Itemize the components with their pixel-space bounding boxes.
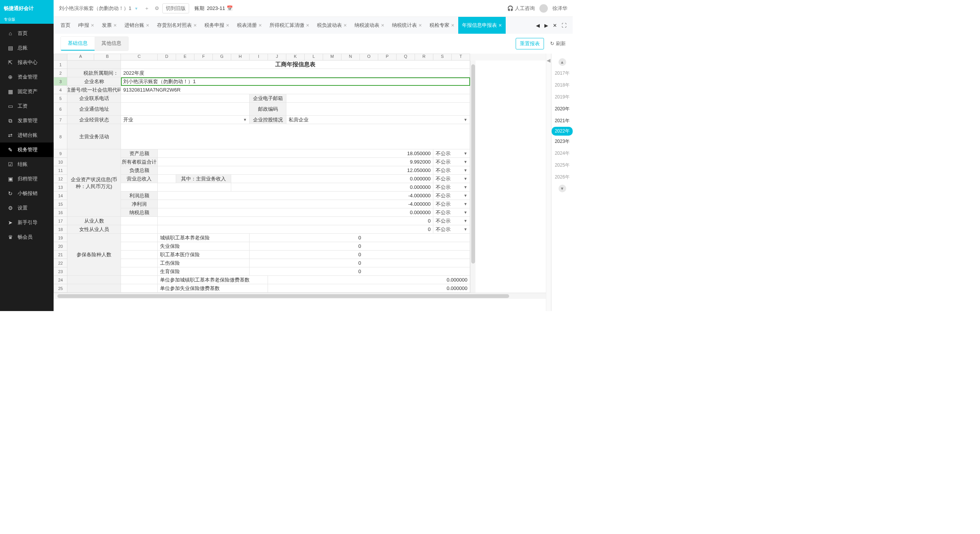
cell[interactable]: 0.000000 <box>158 208 433 217</box>
close-icon[interactable]: ✕ <box>258 23 262 28</box>
cell[interactable]: 所有者权益合计 <box>121 158 158 166</box>
fold-handle[interactable]: ◀ <box>546 54 551 311</box>
sidebar-item[interactable]: ♛畅会员 <box>0 230 54 244</box>
column-header[interactable]: N <box>341 54 360 61</box>
user-name[interactable]: 徐泽华 <box>552 5 567 12</box>
row-header[interactable]: 15 <box>54 200 67 208</box>
cell[interactable]: 工伤保险 <box>158 259 250 267</box>
tab[interactable]: 首页 <box>57 17 74 34</box>
column-header[interactable]: G <box>213 54 231 61</box>
cell[interactable]: 企业通信地址 <box>67 103 121 116</box>
sidebar-item[interactable]: ⇄进销台账 <box>0 128 54 143</box>
avatar[interactable] <box>539 4 548 13</box>
sidebar-item[interactable]: ⧉发票管理 <box>0 113 54 128</box>
publish-select[interactable]: 不公示▼ <box>433 149 470 158</box>
cell[interactable]: 资产总额 <box>121 149 158 158</box>
row-header[interactable]: 17 <box>54 217 67 225</box>
row-header[interactable]: 2 <box>54 69 67 77</box>
vertical-scrollbar[interactable] <box>470 61 475 293</box>
cell[interactable]: 0 <box>250 234 470 242</box>
tabs-prev-button[interactable]: ◀ <box>536 23 540 28</box>
sheet-area[interactable]: ABCDEFGHIJKLMNOPQRST 1234567891011121314… <box>54 54 546 311</box>
row-header[interactable]: 4 <box>54 86 67 94</box>
add-account-button[interactable]: ＋ <box>144 5 149 12</box>
cell[interactable]: 0.000000 <box>231 175 433 183</box>
row-header[interactable]: 13 <box>54 183 67 192</box>
cell[interactable]: 单位参加失业保险缴费基数 <box>158 284 268 293</box>
cell[interactable]: -4.000000 <box>158 200 433 208</box>
tab[interactable]: 税负波动表✕ <box>313 17 351 34</box>
cell[interactable]: 0.000000 <box>268 284 470 293</box>
year-item[interactable]: 2022年 <box>552 127 573 136</box>
publish-select[interactable]: 不公示▼ <box>433 192 470 200</box>
column-header[interactable]: P <box>378 54 397 61</box>
cell[interactable]: 负债总额 <box>121 166 158 175</box>
column-header[interactable]: H <box>231 54 250 61</box>
cell[interactable] <box>121 217 158 225</box>
cell[interactable]: 0 <box>250 259 470 267</box>
year-item[interactable]: 2023年 <box>555 136 570 147</box>
cell[interactable] <box>121 267 158 276</box>
sidebar-item[interactable]: ☑结账 <box>0 157 54 172</box>
row-header[interactable]: 1 <box>54 61 67 69</box>
cell[interactable]: 企业名称 <box>67 77 121 86</box>
spreadsheet-grid[interactable]: 工商年报信息表税款所属期间：2022年度企业名称刘小艳演示账套（勿删勿动！）1注… <box>67 61 470 293</box>
dropdown-icon[interactable]: ▼ <box>464 177 467 181</box>
reset-report-button[interactable]: 重置报表 <box>516 38 544 49</box>
cell[interactable] <box>121 259 158 267</box>
dropdown-icon[interactable]: ▼ <box>464 227 467 231</box>
cell[interactable]: 工商年报信息表 <box>121 61 470 69</box>
cell[interactable]: 生育保险 <box>158 267 250 276</box>
publish-select[interactable]: 不公示▼ <box>433 158 470 166</box>
year-down-button[interactable]: ▼ <box>559 185 566 192</box>
cell[interactable] <box>67 61 121 69</box>
cell[interactable]: 净利润 <box>121 200 158 208</box>
tab[interactable]: 纳税统计表✕ <box>388 17 426 34</box>
cell[interactable]: 0 <box>250 267 470 276</box>
tab[interactable]: 进销台账✕ <box>121 17 153 34</box>
column-header[interactable]: L <box>305 54 323 61</box>
row-header[interactable]: 21 <box>54 251 67 259</box>
column-header[interactable]: B <box>94 54 121 61</box>
cell[interactable]: 其中：主营业务收入 <box>176 175 231 183</box>
cell[interactable]: 0 <box>158 217 433 225</box>
sidebar-item[interactable]: ⇱报表中心 <box>0 55 54 70</box>
publish-select[interactable]: 不公示▼ <box>433 166 470 175</box>
cell[interactable]: 企业经营状态 <box>67 116 121 124</box>
cell[interactable]: 纳税总额 <box>121 208 158 217</box>
cell[interactable] <box>121 284 158 293</box>
cell[interactable]: 91320811MA7NGR2W6R <box>121 86 470 94</box>
row-header[interactable]: 8 <box>54 124 67 149</box>
dropdown-icon[interactable]: ▼ <box>464 151 467 156</box>
sidebar-item[interactable]: ▣归档管理 <box>0 172 54 186</box>
cell[interactable]: 邮政编码 <box>250 103 286 116</box>
sidebar-item[interactable]: ⊕资金管理 <box>0 70 54 84</box>
row-header[interactable]: 24 <box>54 276 67 284</box>
cell[interactable]: 0 <box>250 242 470 251</box>
tab[interactable]: 存货别名对照表✕ <box>153 17 201 34</box>
row-header[interactable]: 16 <box>54 208 67 217</box>
holding-select[interactable]: 私营企业▼ <box>286 116 470 124</box>
column-header[interactable]: A <box>67 54 94 61</box>
column-header[interactable]: J <box>268 54 286 61</box>
row-header[interactable]: 14 <box>54 192 67 200</box>
column-header[interactable]: F <box>194 54 213 61</box>
tabs-close-button[interactable]: ✕ <box>553 23 557 28</box>
tab[interactable]: i申报✕ <box>74 17 98 34</box>
tab[interactable]: 税务申报✕ <box>201 17 233 34</box>
cell[interactable] <box>121 183 158 192</box>
cell[interactable]: 税款所属期间： <box>67 69 121 77</box>
tab[interactable]: 纳税波动表✕ <box>351 17 388 34</box>
publish-select[interactable]: 不公示▼ <box>433 183 470 192</box>
cell[interactable]: 利润总额 <box>121 192 158 200</box>
column-header[interactable]: E <box>176 54 194 61</box>
row-header[interactable]: 6 <box>54 103 67 116</box>
close-icon[interactable]: ✕ <box>306 23 309 28</box>
row-header[interactable]: 5 <box>54 94 67 103</box>
close-icon[interactable]: ✕ <box>381 23 384 28</box>
row-header[interactable]: 11 <box>54 166 67 175</box>
status-select[interactable]: 开业▼ <box>121 116 250 124</box>
cell[interactable]: 主营业务活动 <box>67 124 121 149</box>
sidebar-item[interactable]: ✎税务管理 <box>0 143 54 157</box>
cell[interactable] <box>158 175 176 183</box>
